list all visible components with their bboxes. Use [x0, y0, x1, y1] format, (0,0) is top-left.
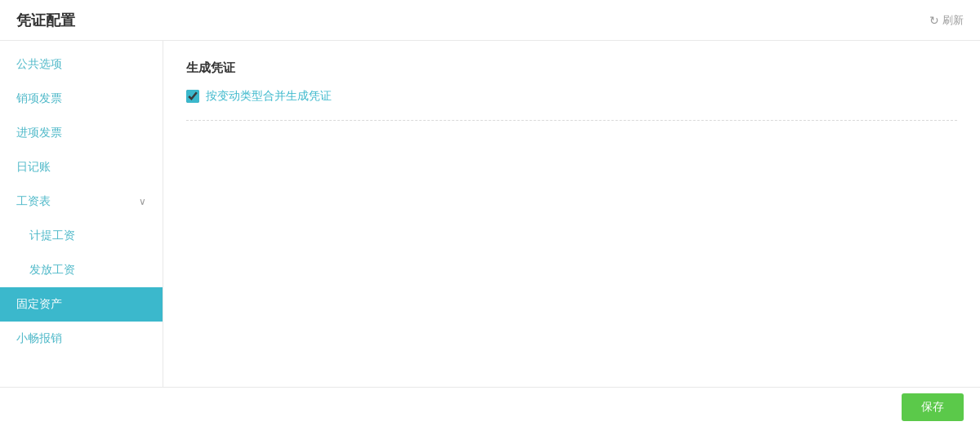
- sidebar-item-label: 公共选项: [16, 57, 62, 72]
- sidebar-item-label: 进项发票: [16, 126, 62, 140]
- sidebar-item-release-payroll[interactable]: 发放工资: [0, 253, 163, 287]
- save-button[interactable]: 保存: [902, 393, 964, 421]
- sidebar-item-label: 销项发票: [16, 91, 62, 106]
- refresh-button[interactable]: ↻ 刷新: [929, 13, 964, 28]
- sidebar-item-fixed-assets[interactable]: 固定资产: [0, 287, 163, 322]
- page-title: 凭证配置: [16, 11, 75, 30]
- refresh-icon: ↻: [929, 14, 939, 27]
- sidebar-item-public-options[interactable]: 公共选项: [0, 47, 163, 82]
- sidebar: 公共选项销项发票进项发票日记账工资表∨计提工资发放工资固定资产小畅报销: [0, 41, 163, 387]
- merge-by-type-checkbox[interactable]: [186, 90, 199, 103]
- page-footer: 保存: [0, 387, 980, 426]
- sidebar-item-label: 工资表: [16, 194, 51, 209]
- main-content: 生成凭证 按变动类型合并生成凭证: [163, 41, 980, 387]
- section-divider: [186, 120, 957, 121]
- sidebar-item-purchase-invoice[interactable]: 进项发票: [0, 116, 163, 150]
- checkbox-row: 按变动类型合并生成凭证: [186, 89, 957, 104]
- sidebar-item-payroll[interactable]: 工资表∨: [0, 184, 163, 219]
- sidebar-item-journal[interactable]: 日记账: [0, 150, 163, 184]
- sidebar-item-label: 发放工资: [29, 263, 75, 277]
- sidebar-item-label: 小畅报销: [16, 331, 62, 346]
- sidebar-item-label: 计提工资: [29, 229, 75, 243]
- sidebar-item-expense-report[interactable]: 小畅报销: [0, 322, 163, 356]
- merge-by-type-label[interactable]: 按变动类型合并生成凭证: [206, 89, 332, 104]
- sidebar-item-sales-invoice[interactable]: 销项发票: [0, 82, 163, 116]
- section-title: 生成凭证: [186, 60, 957, 76]
- sidebar-item-label: 日记账: [16, 160, 51, 175]
- refresh-label: 刷新: [942, 13, 964, 28]
- page-header: 凭证配置 ↻ 刷新: [0, 0, 980, 41]
- sidebar-item-accrual-payroll[interactable]: 计提工资: [0, 219, 163, 253]
- sidebar-item-label: 固定资产: [16, 297, 62, 312]
- main-layout: 公共选项销项发票进项发票日记账工资表∨计提工资发放工资固定资产小畅报销 生成凭证…: [0, 41, 980, 387]
- chevron-down-icon: ∨: [139, 196, 146, 207]
